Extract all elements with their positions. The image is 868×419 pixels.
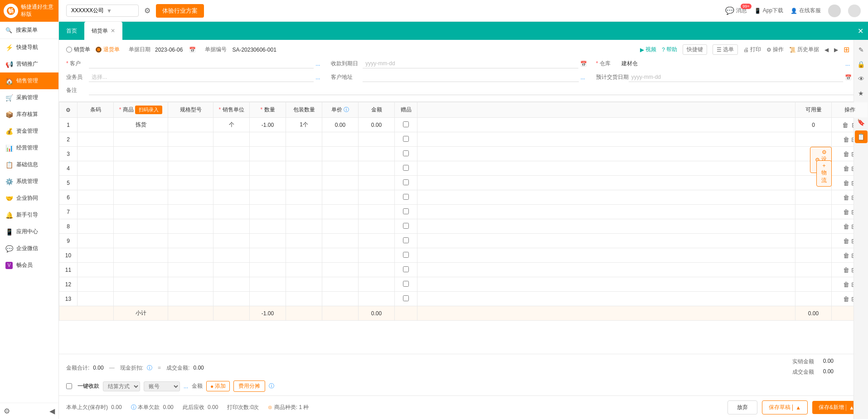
- account-select[interactable]: 账号: [144, 381, 180, 391]
- sidebar-item-member[interactable]: V 畅会员: [0, 257, 58, 274]
- sidebar-search[interactable]: 🔍 搜索菜单: [0, 22, 58, 39]
- price-info-icon[interactable]: ⓘ: [344, 106, 349, 113]
- radio-return-input[interactable]: [96, 47, 102, 53]
- delete-row-10-btn[interactable]: 🗑: [842, 251, 850, 260]
- delete-row-12-btn[interactable]: 🗑: [842, 280, 850, 289]
- radio-sales-order[interactable]: 销货单: [66, 46, 90, 53]
- col-settings-icon[interactable]: ⚙: [59, 102, 78, 118]
- gift-checkbox-11[interactable]: [403, 266, 409, 272]
- collapse-icon[interactable]: ◀: [49, 407, 55, 415]
- delete-row-6-btn[interactable]: 🗑: [842, 193, 850, 202]
- sidebar-item-apps[interactable]: 📱 应用中心: [0, 223, 58, 240]
- sidebar-item-inventory[interactable]: 📦 库存核算: [0, 106, 58, 123]
- right-sidebar-eye-btn[interactable]: 👁: [855, 72, 868, 85]
- payment-date-calendar-icon[interactable]: 📅: [580, 61, 587, 67]
- one-click-payment-checkbox[interactable]: [66, 383, 72, 389]
- logistics-btn[interactable]: + 物流: [816, 160, 832, 187]
- add-payment-btn[interactable]: ● 添加: [206, 381, 230, 391]
- right-sidebar-action-btn[interactable]: 📋: [855, 130, 868, 143]
- sidebar-item-shortcut[interactable]: ⚡ 快捷导航: [0, 39, 58, 56]
- sidebar-item-system[interactable]: ⚙️ 系统管理: [0, 173, 58, 190]
- sidebar-item-purchase[interactable]: 🛒 采购管理: [0, 89, 58, 106]
- address-ellipsis-btn[interactable]: ...: [579, 74, 587, 81]
- sidebar-item-basic[interactable]: 📋 基础信息: [0, 156, 58, 173]
- settlement-method-select[interactable]: 结算方式: [103, 381, 140, 391]
- cash-discount-info-icon[interactable]: ⓘ: [147, 364, 152, 372]
- tab-close-icon[interactable]: ✕: [111, 28, 115, 34]
- tab-home[interactable]: 首页: [59, 22, 84, 40]
- radio-return-order[interactable]: 退货单: [96, 46, 120, 53]
- choose-btn[interactable]: ☰ 选单: [713, 44, 738, 55]
- sidebar-item-wechat[interactable]: 💬 企业微信: [0, 240, 58, 257]
- save-draft-btn[interactable]: 保存草稿 ▲: [762, 400, 808, 414]
- gift-checkbox-2[interactable]: [403, 136, 409, 142]
- history-btn[interactable]: 📜 历史单据: [789, 46, 819, 53]
- online-service-btn[interactable]: 👤 在线客服: [790, 7, 821, 14]
- delete-row-3-btn[interactable]: 🗑: [842, 149, 850, 159]
- delete-row-8-btn[interactable]: 🗑: [842, 222, 850, 231]
- customer-address-input[interactable]: [363, 72, 578, 82]
- sidebar-item-finance[interactable]: 💰 资金管理: [0, 123, 58, 140]
- shortcut-btn[interactable]: 快捷键: [683, 44, 707, 55]
- grid-view-icon[interactable]: ⊞: [844, 45, 849, 54]
- prev-icon[interactable]: ◀: [824, 47, 829, 53]
- notification-btn[interactable]: 💬 99+ 消息: [725, 6, 747, 15]
- gift-checkbox-13[interactable]: [403, 295, 409, 301]
- warehouse-ellipsis-btn[interactable]: ...: [844, 61, 852, 67]
- gift-checkbox-3[interactable]: [403, 150, 409, 156]
- delete-row-5-btn[interactable]: 🗑: [842, 178, 850, 188]
- date-calendar-icon[interactable]: 📅: [189, 47, 196, 53]
- gift-checkbox-7[interactable]: [403, 208, 409, 214]
- right-sidebar-edit-btn[interactable]: ✎: [855, 43, 868, 56]
- payment-ellipsis-btn[interactable]: ...: [184, 383, 188, 390]
- delivery-date-input[interactable]: [629, 72, 843, 82]
- customer-input[interactable]: [89, 59, 314, 68]
- delete-row-9-btn[interactable]: 🗑: [842, 236, 850, 246]
- delete-row-11-btn[interactable]: 🗑: [842, 265, 850, 275]
- gift-checkbox-10[interactable]: [403, 252, 409, 258]
- delete-row-13-btn[interactable]: 🗑: [842, 294, 850, 303]
- gift-checkbox-1[interactable]: [403, 121, 409, 127]
- help-btn[interactable]: ? 帮助: [662, 46, 677, 53]
- right-sidebar-lock-btn[interactable]: 🔒: [855, 58, 868, 71]
- gift-checkbox-4[interactable]: [403, 165, 409, 171]
- fee-split-info-icon[interactable]: ⓘ: [269, 382, 274, 390]
- sidebar-item-operation[interactable]: 📊 经营管理: [0, 140, 58, 156]
- notes-input[interactable]: [89, 86, 861, 95]
- operation-btn[interactable]: ⚙ 操作: [766, 46, 784, 53]
- delete-row-1-btn[interactable]: 🗑: [841, 120, 849, 130]
- delete-row-7-btn[interactable]: 🗑: [842, 207, 850, 217]
- sidebar-item-guide[interactable]: 🔔 新手引导: [0, 207, 58, 223]
- right-sidebar-bookmark-btn[interactable]: 🔖: [855, 116, 868, 129]
- avatar[interactable]: [828, 5, 841, 17]
- gift-checkbox-9[interactable]: [403, 237, 409, 243]
- settings-icon[interactable]: ⚙: [144, 6, 150, 15]
- scan-btn[interactable]: 扫码录入: [135, 106, 162, 114]
- radio-sales-input[interactable]: [66, 47, 72, 53]
- gift-checkbox-12[interactable]: [403, 281, 409, 287]
- sidebar-item-enterprise[interactable]: 🤝 企业协同: [0, 190, 58, 207]
- avatar2[interactable]: [848, 5, 861, 17]
- print-btn[interactable]: 🖨 打印: [743, 46, 761, 53]
- salesperson-input[interactable]: [89, 72, 314, 82]
- experience-btn[interactable]: 体验行业方案: [156, 4, 204, 18]
- payment-date-input[interactable]: [363, 59, 578, 68]
- settings-gear-icon[interactable]: ⚙: [4, 407, 10, 415]
- right-sidebar-star-btn[interactable]: ★: [855, 87, 868, 100]
- delete-row-4-btn[interactable]: 🗑: [842, 164, 850, 173]
- delete-row-2-btn[interactable]: 🗑: [842, 135, 850, 144]
- tab-sales-order[interactable]: 销货单 ✕: [84, 22, 122, 40]
- video-btn[interactable]: ▶ 视频: [640, 46, 656, 53]
- discard-btn[interactable]: 放弃: [727, 400, 757, 414]
- delivery-date-calendar-icon[interactable]: 📅: [845, 74, 852, 81]
- gift-checkbox-8[interactable]: [403, 223, 409, 229]
- fee-split-btn[interactable]: 费用分摊: [233, 380, 265, 392]
- salesperson-ellipsis-btn[interactable]: ...: [314, 74, 322, 81]
- tab-bar-close-btn[interactable]: ✕: [858, 27, 863, 35]
- company-selector[interactable]: XXXXXX公司 ▼: [66, 5, 139, 17]
- customer-ellipsis-btn[interactable]: ...: [314, 61, 322, 67]
- sidebar-item-marketing[interactable]: 📢 营销推广: [0, 56, 58, 72]
- save-draft-dropdown-icon[interactable]: ▲: [792, 405, 801, 411]
- next-icon[interactable]: ▶: [834, 47, 838, 53]
- gift-checkbox-5[interactable]: [403, 179, 409, 185]
